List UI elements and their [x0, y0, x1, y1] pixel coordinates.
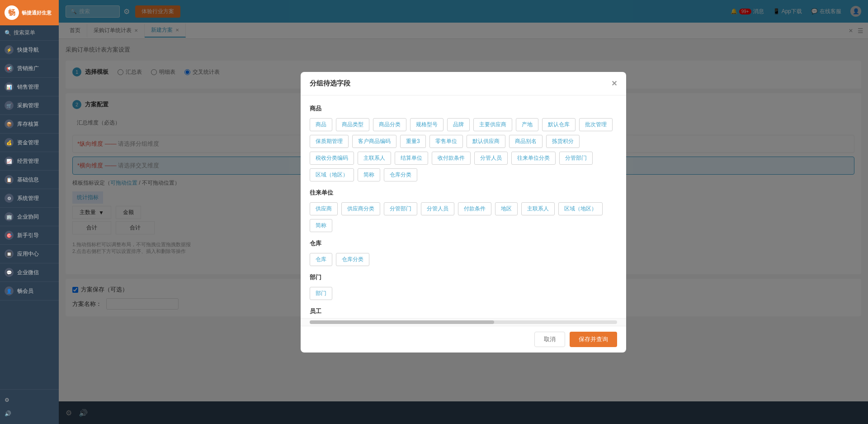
sidebar-label-weixin: 企业微信 — [17, 269, 39, 276]
sidebar-label-system: 系统管理 — [17, 195, 39, 202]
field-tag-零售单位[interactable]: 零售单位 — [429, 135, 463, 148]
field-tag-重量3[interactable]: 重量3 — [400, 135, 426, 148]
field-tag-往来单位分类[interactable]: 往来单位分类 — [511, 152, 556, 165]
field-tag-税收分类编码[interactable]: 税收分类编码 — [310, 152, 354, 165]
field-tags-dept: 部门 — [310, 287, 617, 300]
field-tag-商品分类[interactable]: 商品分类 — [373, 118, 406, 131]
sidebar-label-marketing: 营销推广 — [17, 65, 39, 72]
sound-btn[interactable]: 🔊 — [0, 407, 59, 420]
field-tag-分管部门[interactable]: 分管部门 — [384, 202, 417, 215]
confirm-btn[interactable]: 保存并查询 — [570, 332, 617, 347]
sidebar-icon-corp: 🏢 — [5, 212, 14, 221]
field-tag-主联系人[interactable]: 主联系人 — [358, 152, 391, 165]
sidebar-search[interactable]: 🔍 搜索菜单 — [0, 25, 59, 41]
sidebar-bottom: ⚙ 🔊 — [0, 389, 59, 424]
field-tag-客户商品编码[interactable]: 客户商品编码 — [352, 135, 396, 148]
field-tag-区域（地区）[interactable]: 区域（地区） — [558, 202, 603, 215]
field-tag-商品[interactable]: 商品 — [310, 118, 332, 131]
sidebar-item-apps[interactable]: 🔲应用中心 — [0, 245, 59, 263]
hscroll-track[interactable] — [310, 320, 617, 324]
modal-overlay: 分组待选字段 ✕ 商品商品商品类型商品分类规格型号品牌主要供应商产地默认仓库批次… — [59, 0, 868, 424]
field-tag-简称[interactable]: 简称 — [358, 168, 380, 181]
modal-hscrollbar — [301, 318, 626, 326]
field-tag-规格型号[interactable]: 规格型号 — [410, 118, 443, 131]
sidebar-label-quick-nav: 快捷导航 — [17, 46, 39, 54]
field-tag-主联系人[interactable]: 主联系人 — [521, 202, 555, 215]
sidebar-icon-system: ⚙ — [5, 194, 14, 203]
hscroll-thumb[interactable] — [310, 320, 494, 324]
field-tag-供应商[interactable]: 供应商 — [310, 202, 338, 215]
sidebar-item-purchase[interactable]: 🛒采购管理 — [0, 96, 59, 115]
group-title-staff: 员工 — [310, 307, 617, 315]
field-tag-品牌[interactable]: 品牌 — [447, 118, 470, 131]
sidebar-item-finance[interactable]: 💰资金管理 — [0, 133, 59, 152]
field-tag-默认仓库[interactable]: 默认仓库 — [542, 118, 576, 131]
sidebar: 畅 畅捷通好生意 🔍 搜索菜单 ⚡快捷导航📢营销推广📊销售管理🛒采购管理📦库存核… — [0, 0, 59, 424]
group-title-partner: 往来单位 — [310, 189, 617, 197]
field-tag-批次管理[interactable]: 批次管理 — [579, 118, 613, 131]
sidebar-item-member[interactable]: 👤畅会员 — [0, 282, 59, 300]
modal-close-btn[interactable]: ✕ — [611, 79, 617, 88]
sidebar-item-operation[interactable]: 📈经营管理 — [0, 152, 59, 171]
sidebar-label-newbie: 新手引导 — [17, 232, 39, 239]
field-tag-仓库分类[interactable]: 仓库分类 — [336, 253, 369, 266]
field-tag-结算单位[interactable]: 结算单位 — [395, 152, 428, 165]
sidebar-item-corp[interactable]: 🏢企业协同 — [0, 208, 59, 226]
sidebar-item-sales[interactable]: 📊销售管理 — [0, 78, 59, 96]
group-title-dept: 部门 — [310, 273, 617, 281]
app-name: 畅捷通好生意 — [22, 10, 52, 16]
field-tag-默认供应商[interactable]: 默认供应商 — [467, 135, 505, 148]
sidebar-label-purchase: 采购管理 — [17, 102, 39, 110]
sidebar-label-basic: 基础信息 — [17, 176, 39, 184]
modal-title: 分组待选字段 — [310, 79, 350, 88]
sidebar-label-sales: 销售管理 — [17, 83, 39, 91]
sidebar-item-newbie[interactable]: 🎯新手引导 — [0, 226, 59, 245]
field-tag-简称[interactable]: 简称 — [310, 219, 332, 232]
field-tag-产地[interactable]: 产地 — [516, 118, 538, 131]
field-tag-仓库分类[interactable]: 仓库分类 — [384, 168, 417, 181]
field-tag-拣货积分[interactable]: 拣货积分 — [546, 135, 580, 148]
field-tag-商品类型[interactable]: 商品类型 — [336, 118, 369, 131]
field-tag-分管部门[interactable]: 分管部门 — [559, 152, 593, 165]
sidebar-label-inventory: 库存核算 — [17, 120, 39, 128]
group-title-warehouse: 仓库 — [310, 239, 617, 248]
field-tag-供应商分类[interactable]: 供应商分类 — [341, 202, 380, 215]
field-tag-分管人员[interactable]: 分管人员 — [421, 202, 454, 215]
sidebar-item-inventory[interactable]: 📦库存核算 — [0, 115, 59, 133]
sidebar-icon-finance: 💰 — [5, 138, 14, 147]
field-tag-分管人员[interactable]: 分管人员 — [474, 152, 508, 165]
field-tag-付款条件[interactable]: 付款条件 — [458, 202, 491, 215]
sidebar-logo: 畅 畅捷通好生意 — [0, 0, 59, 25]
sidebar-item-weixin[interactable]: 💬企业微信 — [0, 263, 59, 282]
sidebar-icon-member: 👤 — [5, 286, 14, 295]
group-title-goods: 商品 — [310, 105, 617, 113]
sidebar-icon-marketing: 📢 — [5, 64, 14, 73]
sidebar-item-marketing[interactable]: 📢营销推广 — [0, 59, 59, 78]
sidebar-icon-purchase: 🛒 — [5, 101, 14, 110]
logo-icon: 畅 — [5, 5, 19, 20]
settings-btn[interactable]: ⚙ — [0, 393, 59, 407]
field-tag-部门[interactable]: 部门 — [310, 287, 332, 300]
sidebar-icon-apps: 🔲 — [5, 249, 14, 258]
sidebar-icon-operation: 📈 — [5, 157, 14, 166]
sidebar-items: ⚡快捷导航📢营销推广📊销售管理🛒采购管理📦库存核算💰资金管理📈经营管理📋基础信息… — [0, 41, 59, 300]
field-tags-goods: 商品商品类型商品分类规格型号品牌主要供应商产地默认仓库批次管理保质期管理客户商品… — [310, 118, 617, 181]
field-tag-区域（地区）[interactable]: 区域（地区） — [310, 168, 354, 181]
field-tag-保质期管理[interactable]: 保质期管理 — [310, 135, 349, 148]
sidebar-item-basic[interactable]: 📋基础信息 — [0, 171, 59, 189]
sidebar-label-operation: 经营管理 — [17, 157, 39, 165]
field-tags-partner: 供应商供应商分类分管部门分管人员付款条件地区主联系人区域（地区）简称 — [310, 202, 617, 232]
field-tag-商品别名[interactable]: 商品别名 — [509, 135, 542, 148]
field-tag-地区[interactable]: 地区 — [495, 202, 518, 215]
sidebar-icon-inventory: 📦 — [5, 119, 14, 129]
field-tags-warehouse: 仓库仓库分类 — [310, 253, 617, 266]
cancel-btn[interactable]: 取消 — [534, 332, 565, 347]
modal: 分组待选字段 ✕ 商品商品商品类型商品分类规格型号品牌主要供应商产地默认仓库批次… — [301, 72, 626, 353]
field-tag-收付款条件[interactable]: 收付款条件 — [432, 152, 471, 165]
sidebar-item-quick-nav[interactable]: ⚡快捷导航 — [0, 41, 59, 59]
field-tag-仓库[interactable]: 仓库 — [310, 253, 332, 266]
sidebar-item-system[interactable]: ⚙系统管理 — [0, 189, 59, 208]
field-tag-主要供应商[interactable]: 主要供应商 — [473, 118, 512, 131]
modal-footer: 取消 保存并查询 — [301, 326, 626, 353]
sidebar-label-apps: 应用中心 — [17, 250, 39, 258]
